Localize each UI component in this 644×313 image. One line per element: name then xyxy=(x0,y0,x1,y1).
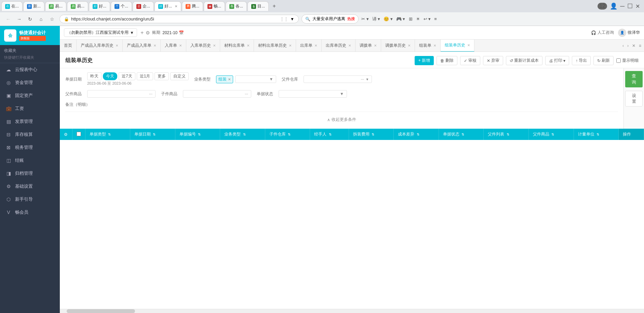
search-bar[interactable]: 🔍 大量安卓用户逃离 热搜 xyxy=(301,14,359,24)
parent-warehouse-more[interactable]: ··· xyxy=(361,77,364,82)
child-item-more[interactable]: ··· xyxy=(245,91,248,96)
refresh-button[interactable]: ↻ xyxy=(25,14,35,24)
close-package-history[interactable]: ✕ xyxy=(467,43,470,47)
browser-tab-1[interactable]: 在 在... xyxy=(1,1,23,11)
date-more[interactable]: 更多 xyxy=(155,72,169,80)
forward-button[interactable]: → xyxy=(14,14,24,24)
filter-settings-button[interactable]: 设置 xyxy=(625,91,643,106)
abandon-button[interactable]: ✕ 弃审 xyxy=(483,56,503,65)
sidebar-item-fixed-assets[interactable]: ▣ 固定资产 xyxy=(0,89,60,102)
table-col-handler[interactable]: 经手人 ⇅ xyxy=(310,129,349,140)
add-icon[interactable]: + xyxy=(140,30,144,36)
doc-tab-assemble[interactable]: 调拨单 ✕ xyxy=(355,40,381,52)
tab-close-8[interactable]: ✕ xyxy=(175,4,177,8)
delete-button[interactable]: 🗑 删除 xyxy=(437,56,457,65)
doc-tabs-close-all[interactable]: ✕ xyxy=(631,43,637,49)
sidebar-item-settings[interactable]: ⚙ 基础设置 xyxy=(0,180,60,193)
table-col-parent-list[interactable]: 父件列表 ⇅ xyxy=(484,129,529,140)
bookmark-button[interactable]: ☆ xyxy=(47,14,57,24)
table-col-parent-item[interactable]: 父件商品 ⇅ xyxy=(529,129,574,140)
close-package[interactable]: ✕ xyxy=(433,44,436,47)
browser-tab-5[interactable]: 好 好... xyxy=(89,1,110,11)
favorites-subtitle[interactable]: 快捷键打开收藏夹 xyxy=(4,55,56,60)
sidebar-item-cloud-report[interactable]: ☁ 云报表中心 xyxy=(0,63,60,76)
translate-tool[interactable]: 译 ▾ xyxy=(372,16,380,22)
browser-tab-11[interactable]: 各 各... xyxy=(226,1,247,11)
close-out-history[interactable]: ✕ xyxy=(348,44,351,47)
sidebar-item-guide[interactable]: ⬡ 新手引导 xyxy=(0,193,60,206)
doc-tab-out-order[interactable]: 出库单 ✕ xyxy=(296,40,322,52)
sidebar-item-salary[interactable]: 💼 工资 xyxy=(0,102,60,115)
close-in-history[interactable]: ✕ xyxy=(213,44,216,47)
parent-item-input[interactable]: ··· xyxy=(87,90,156,98)
child-item-input[interactable]: ··· xyxy=(183,90,251,98)
scrollbar-thumb[interactable] xyxy=(67,309,135,313)
export-button[interactable]: ↑ 导出 xyxy=(572,56,591,65)
browser-tab-7[interactable]: 企 企... xyxy=(133,1,154,11)
scissors-tool[interactable]: ✂ ▾ xyxy=(361,16,369,22)
settings-icon-topbar[interactable]: ⚙ xyxy=(146,30,150,35)
back-button[interactable]: ← xyxy=(3,14,13,24)
close-button[interactable]: ✕ xyxy=(635,3,640,10)
doc-tab-out-history[interactable]: 出库单历史 ✕ xyxy=(322,40,355,52)
table-col-disassemble-fee[interactable]: 拆装费用 ⇅ xyxy=(349,129,394,140)
table-col-status[interactable]: 单据状态 ⇅ xyxy=(439,129,484,140)
url-bar[interactable]: 🔒 https://cloud.chanjet.com/accounting/u… xyxy=(59,15,299,23)
query-button[interactable]: 查询 xyxy=(625,71,643,87)
table-col-child-warehouse[interactable]: 子件仓库 ⇅ xyxy=(265,129,310,140)
business-type-remove[interactable]: ✕ xyxy=(228,77,231,81)
browser-tab-6[interactable]: 个 个... xyxy=(111,1,132,11)
sidebar-item-member[interactable]: V 畅会员 xyxy=(0,206,60,219)
date-7days[interactable]: 近7天 xyxy=(119,72,135,80)
doc-tab-assemble-history[interactable]: 调拨单历史 ✕ xyxy=(381,40,415,52)
select-all-checkbox[interactable] xyxy=(77,132,81,136)
table-col-cost-diff[interactable]: 成本差异 ⇅ xyxy=(394,129,439,140)
doc-tabs-next[interactable]: › xyxy=(626,43,630,49)
brightness-tool[interactable]: ☀ xyxy=(416,16,420,22)
parent-item-more[interactable]: ··· xyxy=(149,91,152,96)
doc-tab-package[interactable]: 组装单 ✕ xyxy=(415,40,441,52)
user-info[interactable]: 👤 徐泽华 xyxy=(618,29,640,37)
dropdown-arrow[interactable]: ▼ xyxy=(290,17,294,22)
date-custom[interactable]: 自定义 xyxy=(170,72,189,80)
browser-tab-12[interactable]: S 目... xyxy=(247,1,269,11)
close-assemble-history[interactable]: ✕ xyxy=(408,44,411,47)
undo-tool[interactable]: ↩ ▾ xyxy=(424,16,431,22)
profile-icon[interactable]: 👤 xyxy=(610,2,617,10)
minimize-button[interactable]: ─ xyxy=(620,3,625,10)
table-col-date[interactable]: 单据日期 ⇅ xyxy=(130,129,175,140)
new-button[interactable]: + 新增 xyxy=(415,56,434,65)
sidebar-item-tax[interactable]: ⊠ 税务管理 xyxy=(0,141,60,154)
favorites-title[interactable]: 收藏夹 xyxy=(4,48,56,54)
parent-warehouse-input[interactable]: ··· ▼ xyxy=(304,75,372,83)
doc-tab-mat-out[interactable]: 材料出库单 ✕ xyxy=(220,40,254,52)
refresh-button[interactable]: ↻ 刷新 xyxy=(593,56,614,65)
date-today[interactable]: 今天 xyxy=(103,72,117,80)
close-assemble[interactable]: ✕ xyxy=(374,44,377,47)
collapse-button[interactable]: ∧ 收起更多条件 xyxy=(65,115,618,125)
browser-tab-10[interactable]: M 畅... xyxy=(204,1,225,11)
sidebar-item-inventory[interactable]: ⊟ 库存核算 xyxy=(0,128,60,141)
browser-tab-8[interactable]: 好 好... ✕ xyxy=(155,1,181,11)
status-dropdown[interactable]: ▼ xyxy=(279,90,347,98)
sidebar-item-invoice[interactable]: ▤ 发票管理 xyxy=(0,115,60,128)
doc-tab-package-history[interactable]: 组装单历史 ✕ xyxy=(441,40,474,52)
home-button[interactable]: ⌂ xyxy=(36,14,46,24)
table-col-settings[interactable]: ⚙ xyxy=(60,129,72,140)
close-mat-out-history[interactable]: ✕ xyxy=(289,44,292,47)
date-yesterday[interactable]: 昨天 xyxy=(87,72,102,80)
sidebar-item-archive[interactable]: ◨ 归档管理 xyxy=(0,167,60,180)
game-tool[interactable]: 🎮 ▾ xyxy=(396,16,405,22)
support-link[interactable]: 🎧 人工咨询 xyxy=(591,30,614,35)
new-tab-button[interactable]: + xyxy=(269,1,279,11)
sidebar-item-checkout[interactable]: ◫ 结账 xyxy=(0,154,60,167)
audit-button[interactable]: ✓ 审核 xyxy=(460,56,480,65)
menu-tool[interactable]: ≡ xyxy=(434,16,437,22)
scrollbar-bottom[interactable] xyxy=(60,309,644,313)
browser-tab-9[interactable]: 腾 腾... xyxy=(182,1,203,11)
doc-tabs-menu[interactable]: ≡ xyxy=(638,43,643,49)
close-out-order[interactable]: ✕ xyxy=(314,44,317,47)
table-col-biz-type[interactable]: 业务类型 ⇅ xyxy=(220,129,265,140)
browser-tab-4[interactable]: 易 易... xyxy=(67,1,88,11)
doc-tab-mat-out-history[interactable]: 材料出库单历史 ✕ xyxy=(254,40,296,52)
